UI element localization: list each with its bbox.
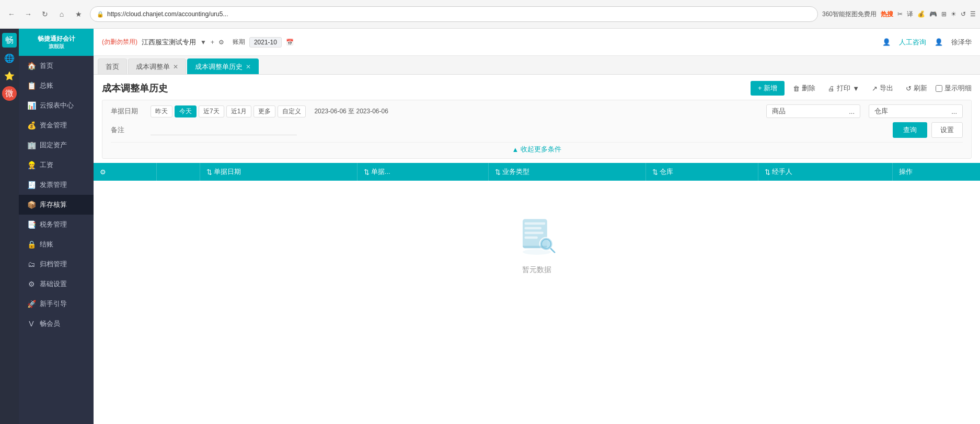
- settings-filter-button[interactable]: 设置: [931, 122, 963, 138]
- print-dropdown-icon[interactable]: ▼: [852, 85, 859, 92]
- grid-icon[interactable]: ⊞: [941, 10, 947, 18]
- sidebar-item-inventory[interactable]: 📦库存核算: [19, 195, 94, 215]
- table-header-row: ⚙⇅单据日期⇅单据...⇅业务类型⇅仓库⇅经手人操作: [94, 163, 980, 181]
- th-warehouse[interactable]: ⇅仓库: [645, 163, 758, 181]
- print-button[interactable]: 🖨 打印 ▼: [824, 81, 863, 95]
- sidebar-item-funds[interactable]: 💰资金管理: [19, 115, 94, 135]
- sidebar-icon-inventory: 📦: [27, 201, 36, 209]
- refresh-icon: ↺: [906, 85, 912, 92]
- svg-rect-3: [525, 227, 541, 230]
- forward-button[interactable]: →: [21, 7, 36, 21]
- th-biz_type[interactable]: ⇅业务类型: [488, 163, 645, 181]
- export-icon: ↗: [872, 85, 878, 92]
- th-sort-arrows-date: ⇅: [206, 168, 212, 176]
- sidebar-logo: 畅捷通好会计 旗舰版: [19, 29, 94, 56]
- top-bar-left: (勿删勿禁用) 江西服宝测试专用 ▼ + ⚙ 账期 2021-10 📅: [102, 37, 294, 48]
- page-title: 成本调整单历史: [102, 82, 168, 95]
- back-button[interactable]: ←: [4, 7, 19, 21]
- sidebar-item-member[interactable]: V畅会员: [19, 314, 94, 334]
- scissors-icon[interactable]: ✂: [897, 10, 903, 18]
- bookmark-button[interactable]: ★: [71, 7, 86, 21]
- sidebar-label-settings: 基础设置: [40, 279, 67, 289]
- sidebar-icon-salary: 👷: [27, 161, 36, 169]
- menu-icon[interactable]: ☰: [970, 10, 976, 18]
- sidebar-label-fixed-assets: 固定资产: [40, 140, 67, 150]
- th-handler[interactable]: ⇅经手人: [758, 163, 893, 181]
- date-btn-近1月[interactable]: 近1月: [226, 105, 252, 117]
- add-icon[interactable]: +: [211, 39, 214, 46]
- date-btn-更多[interactable]: 更多: [253, 105, 275, 117]
- address-bar[interactable]: 🔒 https://cloud.chanjet.com/accounting/u…: [90, 6, 818, 22]
- sidebar-nav: 🏠首页📋总账📊云报表中心💰资金管理🏢固定资产👷工资🧾发票管理📦库存核算📑税务管理…: [19, 56, 94, 424]
- undo-icon[interactable]: ↺: [961, 10, 966, 18]
- sidebar-item-salary[interactable]: 👷工资: [19, 155, 94, 175]
- warehouse-filter-dropdown[interactable]: 仓库 ...: [869, 104, 963, 118]
- new-button[interactable]: + 新增: [751, 81, 785, 96]
- wallet-icon[interactable]: 💰: [917, 10, 925, 18]
- warehouse-dots[interactable]: ...: [951, 108, 957, 115]
- sidebar-item-invoice[interactable]: 🧾发票管理: [19, 175, 94, 195]
- strip-item-1[interactable]: 🌐: [2, 51, 17, 65]
- tab-cost-adjust[interactable]: 成本调整单✕: [128, 58, 186, 74]
- sidebar-label-member: 畅会员: [40, 319, 60, 328]
- empty-state: 暂元数据: [94, 181, 980, 306]
- sidebar-label-reports: 云报表中心: [40, 101, 74, 110]
- reload-button[interactable]: ↻: [38, 7, 52, 21]
- notes-input[interactable]: [151, 125, 297, 135]
- export-button[interactable]: ↗ 导出: [868, 81, 897, 95]
- close-tab-cost-adjust[interactable]: ✕: [173, 63, 178, 70]
- sidebar-item-settings[interactable]: ⚙基础设置: [19, 274, 94, 294]
- username[interactable]: 徐泽华: [951, 38, 972, 47]
- filter-area: 单据日期 昨天今天近7天近1月更多自定义 2023-06-06 至 2023-0…: [102, 100, 972, 159]
- th-sort-arrows-number: ⇅: [364, 168, 370, 176]
- strip-item-active[interactable]: 畅: [2, 33, 17, 48]
- calendar-icon[interactable]: 📅: [286, 39, 294, 46]
- sidebar-item-reports[interactable]: 📊云报表中心: [19, 96, 94, 115]
- game-icon[interactable]: 🎮: [929, 10, 937, 18]
- dropdown-icon[interactable]: ▼: [200, 39, 206, 46]
- date-range-text: 2023-06-06 至 2023-06-06: [314, 107, 388, 116]
- table-area: ⚙⇅单据日期⇅单据...⇅业务类型⇅仓库⇅经手人操作: [94, 163, 980, 424]
- goods-dots[interactable]: ...: [849, 108, 855, 115]
- settings-icon[interactable]: ⚙: [218, 39, 224, 46]
- sun-icon[interactable]: ☀: [951, 10, 956, 18]
- goods-filter-dropdown[interactable]: 商品 ...: [766, 104, 860, 118]
- sidebar-item-close[interactable]: 🔒结账: [19, 234, 94, 254]
- date-btn-昨天[interactable]: 昨天: [151, 105, 172, 117]
- th-number[interactable]: ⇅单据...: [357, 163, 488, 181]
- logo-main: 畅捷通好会计: [38, 35, 75, 43]
- app-wrapper: 畅 🌐 ⭐ 微 畅捷通好会计 旗舰版 🏠首页📋总账📊云报表中心💰资金管理🏢固定资…: [0, 29, 980, 424]
- th-date[interactable]: ⇅单据日期: [200, 163, 357, 181]
- browser-right-tools: 360智能抠图免费用 热搜 ✂ 译 💰 🎮 ⊞ ☀ ↺ ☰: [822, 10, 976, 19]
- sidebar-label-home: 首页: [40, 61, 53, 70]
- sidebar-icon-invoice: 🧾: [27, 181, 36, 189]
- consult-text[interactable]: 人工咨询: [899, 38, 926, 47]
- sidebar-label-ledger: 总账: [40, 81, 53, 90]
- close-tab-cost-adjust-history[interactable]: ✕: [246, 63, 251, 70]
- notes-label: 备注: [111, 125, 142, 135]
- display-cols-input[interactable]: [936, 85, 942, 92]
- empty-text: 暂元数据: [522, 265, 551, 275]
- top-bar-right: 👤 人工咨询 👤 徐泽华: [882, 38, 972, 47]
- refresh-button[interactable]: ↺ 刷新: [902, 81, 931, 95]
- sidebar-item-ledger[interactable]: 📋总账: [19, 76, 94, 96]
- sidebar-icon-ledger: 📋: [27, 81, 36, 90]
- translate-icon[interactable]: 译: [907, 10, 913, 19]
- date-btn-自定义[interactable]: 自定义: [278, 105, 306, 117]
- sidebar-item-tax[interactable]: 📑税务管理: [19, 215, 94, 234]
- home-button[interactable]: ⌂: [54, 7, 69, 21]
- date-btn-近7天[interactable]: 近7天: [199, 105, 224, 117]
- sidebar-item-fixed-assets[interactable]: 🏢固定资产: [19, 135, 94, 155]
- strip-item-2[interactable]: ⭐: [2, 68, 17, 83]
- sidebar-item-archive[interactable]: 🗂归档管理: [19, 254, 94, 274]
- tab-home[interactable]: 首页: [98, 58, 127, 74]
- strip-item-3[interactable]: 微: [2, 86, 17, 101]
- sidebar-item-guide[interactable]: 🚀新手引导: [19, 294, 94, 314]
- query-button[interactable]: 查询: [893, 122, 927, 138]
- delete-button[interactable]: 🗑 删除: [789, 81, 820, 95]
- tab-cost-adjust-history[interactable]: 成本调整单历史✕: [187, 58, 259, 74]
- display-cols-checkbox[interactable]: 显示明细: [936, 84, 972, 93]
- collapse-button[interactable]: ▲ 收起更多条件: [111, 142, 963, 154]
- date-btn-今天[interactable]: 今天: [175, 105, 197, 117]
- sidebar-item-home[interactable]: 🏠首页: [19, 56, 94, 76]
